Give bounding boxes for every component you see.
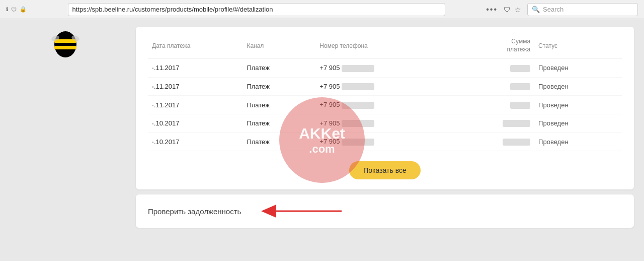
cell-sum: [461, 133, 534, 151]
page-content: Дата платежа Канал Номер телефона Суммап…: [0, 19, 644, 261]
search-icon: 🔍: [532, 6, 540, 13]
col-header-channel: Канал: [243, 35, 315, 59]
table-row: ▪.11.2017 Платеж +7 905 ███████ Проведен: [148, 96, 622, 114]
cell-status: Проведен: [534, 96, 622, 114]
table-row: ▪.10.2017 Платеж +7 905 ███████ Проведен: [148, 114, 622, 133]
beeline-logo: [50, 29, 80, 59]
cell-sum: [461, 59, 534, 78]
payments-table: Дата платежа Канал Номер телефона Суммап…: [148, 35, 622, 151]
red-arrow-icon: [261, 204, 342, 219]
cell-date: ▪.11.2017: [148, 59, 243, 78]
debt-card: Проверить задолженность: [136, 194, 634, 228]
col-header-phone: Номер телефона: [315, 35, 461, 59]
address-bar[interactable]: https://spb.beeline.ru/customers/product…: [68, 3, 445, 16]
cell-channel: Платеж: [243, 59, 315, 78]
cell-status: Проведен: [534, 133, 622, 151]
cell-phone: +7 905 ███████: [315, 77, 461, 96]
cell-channel: Платеж: [243, 77, 315, 96]
star-icon[interactable]: ☆: [515, 6, 521, 14]
cell-date: ▪.10.2017: [148, 133, 243, 151]
col-header-sum: Суммаплатежа: [461, 35, 534, 59]
table-row: ▪.10.2017 Платеж +7 905 ███████ Проведен: [148, 133, 622, 151]
shield-icon: 🛡: [11, 7, 17, 13]
search-placeholder: Search: [543, 6, 564, 13]
cell-status: Проведен: [534, 77, 622, 96]
table-row: ▪.11.2017 Платеж +7 905 ███████ Проведен: [148, 59, 622, 78]
col-header-date: Дата платежа: [148, 35, 243, 59]
cell-phone: +7 905 ███████: [315, 59, 461, 78]
browser-action-icons: 🛡 ☆: [504, 6, 521, 14]
cell-sum: [461, 77, 534, 96]
info-icon: ℹ: [6, 6, 8, 13]
cell-date: ▪.11.2017: [148, 77, 243, 96]
red-arrow-container: [261, 204, 342, 219]
main-content: Дата платежа Канал Номер телефона Суммап…: [131, 19, 644, 261]
debt-title: Проверить задолженность: [148, 207, 241, 216]
cell-date: ▪.10.2017: [148, 114, 243, 133]
browser-security-icons: ℹ 🛡 🔒: [6, 6, 27, 13]
cell-channel: Платеж: [243, 114, 315, 133]
url-text: https://spb.beeline.ru/customers/product…: [72, 6, 273, 13]
svg-point-0: [54, 31, 76, 57]
cell-sum: [461, 96, 534, 114]
browser-menu-dots[interactable]: •••: [486, 5, 498, 14]
cell-phone: +7 905 ███████: [315, 133, 461, 151]
cell-channel: Платеж: [243, 96, 315, 114]
cell-sum: [461, 114, 534, 133]
lock-icon: 🔒: [20, 6, 27, 13]
payments-card: Дата платежа Канал Номер телефона Суммап…: [136, 27, 634, 189]
cell-phone: +7 905 ███████: [315, 114, 461, 133]
cell-status: Проведен: [534, 59, 622, 78]
cell-phone: +7 905 ███████: [315, 96, 461, 114]
search-bar[interactable]: 🔍 Search: [527, 3, 638, 16]
browser-right-controls: ••• 🛡 ☆ 🔍 Search: [486, 3, 638, 16]
browser-chrome: ℹ 🛡 🔒 https://spb.beeline.ru/customers/p…: [0, 0, 644, 19]
svg-rect-2: [54, 46, 76, 49]
bookmark-shield-icon[interactable]: 🛡: [504, 6, 511, 14]
cell-status: Проведен: [534, 114, 622, 133]
col-header-status: Статус: [534, 35, 622, 59]
show-all-button[interactable]: Показать все: [349, 161, 420, 179]
table-row: ▪.11.2017 Платеж +7 905 ███████ Проведен: [148, 77, 622, 96]
sidebar: [0, 19, 131, 261]
cell-date: ▪.11.2017: [148, 96, 243, 114]
cell-channel: Платеж: [243, 133, 315, 151]
svg-marker-6: [261, 205, 276, 218]
